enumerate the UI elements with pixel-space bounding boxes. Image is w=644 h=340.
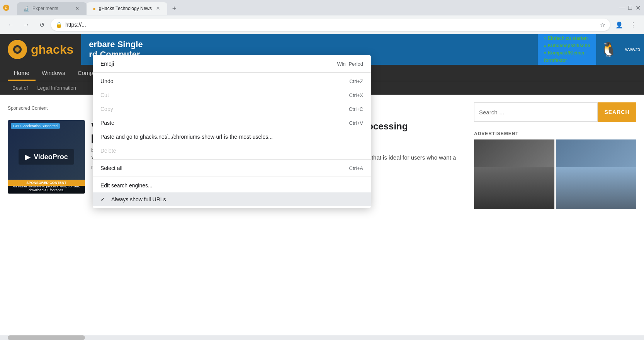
select-all-label: Select all: [100, 165, 122, 171]
address-right-icons: ☆: [600, 21, 605, 29]
paste-shortcut: Ctrl+V: [349, 120, 363, 126]
window-controls: — □ ✕: [619, 5, 641, 11]
checkmark-icon: ✓: [100, 196, 108, 202]
tab2-favicon: ●: [93, 6, 96, 12]
tab-ghacks[interactable]: ● gHacks Technology News ✕: [87, 2, 167, 15]
new-tab-button[interactable]: +: [169, 3, 180, 14]
context-menu-overlay[interactable]: Emoji Win+Period Undo Ctrl+Z Cut Ctrl+X …: [0, 34, 644, 340]
forward-button[interactable]: →: [20, 19, 32, 31]
menu-item-paste-go[interactable]: Paste and go to ghacks.net/.../chromiums…: [93, 130, 371, 144]
menu-divider-1: [93, 72, 371, 73]
always-full-urls-left: ✓ Always show full URLs: [100, 196, 166, 202]
back-button[interactable]: ←: [5, 19, 17, 31]
tab1-title: Experiments: [32, 6, 71, 11]
emoji-label: Emoji: [100, 61, 114, 67]
paste-go-label: Paste and go to ghacks.net/.../chromiums…: [100, 134, 273, 140]
menu-item-copy[interactable]: Copy Ctrl+C: [93, 102, 371, 116]
menu-divider-2: [93, 159, 371, 160]
browser-favicon: G: [3, 5, 9, 11]
toolbar-right: 👤 ⋮: [613, 19, 639, 31]
menu-divider-3: [93, 177, 371, 177]
context-menu: Emoji Win+Period Undo Ctrl+Z Cut Ctrl+X …: [93, 55, 371, 208]
menu-item-edit-search[interactable]: Edit search engines...: [93, 178, 371, 192]
tab1-favicon: 🔬: [23, 6, 29, 12]
cut-label: Cut: [100, 92, 109, 98]
bookmark-icon[interactable]: ☆: [600, 21, 605, 29]
always-full-urls-label: Always show full URLs: [111, 196, 166, 202]
edit-search-label: Edit search engines...: [100, 182, 153, 189]
tab2-close[interactable]: ✕: [155, 5, 161, 12]
menu-item-delete[interactable]: Delete: [93, 144, 371, 158]
menu-item-paste[interactable]: Paste Ctrl+V: [93, 116, 371, 130]
cut-shortcut: Ctrl+X: [349, 92, 363, 98]
close-button[interactable]: ✕: [635, 5, 641, 11]
undo-shortcut: Ctrl+Z: [349, 78, 363, 84]
paste-label: Paste: [100, 120, 114, 126]
page-content: ghacks erbare Single rd Computer » Einfa…: [0, 34, 644, 340]
menu-item-always-full-urls[interactable]: ✓ Always show full URLs: [93, 192, 371, 206]
menu-item-emoji[interactable]: Emoji Win+Period: [93, 57, 371, 71]
maximize-button[interactable]: □: [627, 5, 633, 11]
tab1-close[interactable]: ✕: [74, 5, 80, 12]
minimize-button[interactable]: —: [619, 5, 625, 11]
menu-item-cut[interactable]: Cut Ctrl+X: [93, 88, 371, 102]
menu-item-undo[interactable]: Undo Ctrl+Z: [93, 74, 371, 88]
tab2-title: gHacks Technology News: [99, 6, 152, 11]
profile-button[interactable]: 👤: [613, 19, 625, 31]
copy-shortcut: Ctrl+C: [349, 106, 363, 112]
address-bar[interactable]: 🔒 https://... ☆: [51, 19, 610, 31]
browser-toolbar: ← → ↺ 🔒 https://... ☆ 👤 ⋮: [0, 15, 644, 34]
lock-icon: 🔒: [56, 22, 62, 28]
title-bar: G 🔬 Experiments ✕ ● gHacks Technology Ne…: [0, 0, 644, 15]
menu-item-select-all[interactable]: Select all Ctrl+A: [93, 161, 371, 175]
browser-frame: G 🔬 Experiments ✕ ● gHacks Technology Ne…: [0, 0, 644, 340]
tab-experiments[interactable]: 🔬 Experiments ✕: [17, 2, 87, 15]
copy-label: Copy: [100, 106, 113, 112]
tabs-container: 🔬 Experiments ✕ ● gHacks Technology News…: [14, 1, 616, 15]
url-text: https://...: [65, 22, 597, 28]
delete-label: Delete: [100, 148, 116, 154]
browser-menu-button[interactable]: ⋮: [627, 19, 639, 31]
select-all-shortcut: Ctrl+A: [349, 165, 363, 171]
reload-button[interactable]: ↺: [36, 19, 48, 31]
emoji-shortcut: Win+Period: [337, 61, 363, 67]
undo-label: Undo: [100, 78, 113, 84]
